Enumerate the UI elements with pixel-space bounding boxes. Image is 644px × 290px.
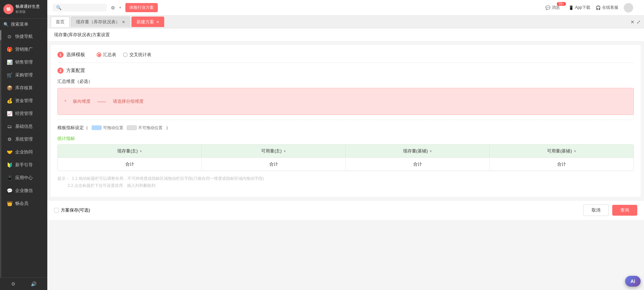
tab-home-label: 首页: [56, 19, 65, 25]
sidebar-item-finance[interactable]: 💰 资金管理: [1, 94, 47, 107]
legend-non-draggable-box: [127, 125, 137, 130]
stats-body-col3: 合计: [346, 158, 490, 171]
query-button[interactable]: 查询: [612, 205, 637, 216]
template-options: 汇总表 交叉统计表: [97, 52, 151, 58]
app-download-label: App下载: [575, 5, 590, 10]
sidebar-item-wechat[interactable]: 💬 企业微信: [1, 184, 47, 197]
finance-icon: 💰: [6, 98, 13, 104]
col1-label: 现存量(主): [117, 148, 138, 154]
topbar-search-input[interactable]: [64, 5, 97, 10]
wechat-icon: 💬: [6, 188, 13, 194]
search-menu[interactable]: 🔍 搜索菜单: [0, 19, 47, 30]
purchase-icon: 🛒: [6, 72, 13, 78]
audio-footer-btn[interactable]: 🔊: [31, 281, 36, 287]
sidebar-item-purchase[interactable]: 🛒 采购管理: [1, 69, 47, 81]
customer-service-action[interactable]: 🎧 在线客服: [596, 5, 618, 10]
tab-home[interactable]: 首页: [51, 17, 70, 27]
sidebar-item-label: 营销推广: [15, 46, 33, 52]
message-action[interactable]: 💬 消息 99+: [545, 5, 563, 10]
radio-summary[interactable]: 汇总表: [97, 52, 116, 58]
topbar-chevron: ▾: [119, 5, 121, 10]
topbar: 🔍 ⚙ ▾ 体验行业方案 💬 消息 99+ 📱 App下载 🎧 在线客服: [47, 0, 644, 16]
marketing-icon: 🎁: [6, 46, 13, 52]
col3-dropdown[interactable]: ▾: [430, 149, 432, 153]
tab-new-scheme-close[interactable]: ✕: [156, 20, 159, 24]
tab-inventory-status[interactable]: 现存量（库存状况表） ✕: [71, 17, 130, 27]
stats-body-col2: 合计: [202, 158, 346, 171]
sidebar-item-cooperation[interactable]: 🤝 企业协同: [1, 146, 47, 159]
sidebar-item-inventory[interactable]: 📦 库存核算: [1, 81, 47, 94]
ai-float-button[interactable]: Ai: [625, 276, 641, 287]
close-panel-btn[interactable]: ✕: [630, 19, 635, 25]
legend-non-draggable: 不可拖动位置: [127, 125, 163, 131]
app-download-icon: 📱: [569, 5, 574, 10]
operations-icon: 📈: [6, 111, 13, 117]
app-version: 标准版: [16, 9, 40, 14]
page-header-text: 现存量(库存状况表)方案设置: [54, 32, 110, 37]
headset-icon: 🎧: [596, 5, 601, 10]
sidebar-item-label: 销售管理: [15, 59, 33, 65]
trial-button[interactable]: 体验行业方案: [125, 3, 158, 12]
stats-section: 统计指标 现存量(主) ▾ 可用量(主) ▾: [57, 136, 634, 171]
tab-inventory-status-label: 现存量（库存状况表）: [76, 19, 120, 25]
logo-icon: 畅: [3, 4, 14, 14]
tip1-text: 1.拖动标题栏可以调整布局，不可跨维度或指标区域拖动栏目字段(只能在同一维度或指…: [75, 176, 264, 181]
content-area: 现存量(库存状况表)方案设置 1 选择模板 汇总表: [47, 28, 644, 290]
tip1: 提示： 1.1.拖动标题栏可以调整布局，不可跨维度或指标区域拖动栏目字段(只能在…: [57, 176, 634, 182]
cancel-button[interactable]: 取消: [583, 204, 609, 216]
quick-nav-icon: ⊙: [6, 33, 13, 40]
dimension-box[interactable]: * 纵向维度 —— 请选择分组维度: [57, 88, 634, 115]
stats-body-col1: 合计: [58, 158, 202, 171]
sidebar-item-label: 企业协同: [15, 149, 33, 155]
topbar-search-area[interactable]: 🔍: [53, 4, 107, 11]
stats-header-col1[interactable]: 现存量(主) ▾: [58, 145, 202, 158]
sales-icon: 📊: [6, 59, 13, 65]
sidebar-item-system[interactable]: ⚙ 系统管理: [1, 133, 47, 146]
topbar-gear-icon[interactable]: ⚙: [111, 5, 115, 10]
sidebar-item-label: 畅会员: [15, 200, 28, 207]
stats-header-col4[interactable]: 可用量(基辅) ▾: [490, 145, 634, 158]
tab-new-scheme[interactable]: 新建方案 ✕: [131, 17, 164, 27]
tabs-bar: 首页 现存量（库存状况表） ✕ 新建方案 ✕ ✕ ⤢: [47, 16, 644, 28]
col3-label: 现存量(基辅): [403, 148, 428, 154]
col1-dropdown[interactable]: ▾: [140, 149, 142, 153]
app-download-action[interactable]: 📱 App下载: [569, 5, 590, 10]
stats-header-col2[interactable]: 可用量(主) ▾: [202, 145, 346, 158]
col4-dropdown[interactable]: ▾: [574, 149, 576, 153]
sidebar-item-label: 快捷导航: [15, 33, 33, 40]
sidebar-logo: 畅 畅康通好生意 标准版: [0, 0, 47, 19]
sidebar-item-label: 采购管理: [15, 72, 33, 78]
sidebar-item-sales[interactable]: 📊 销售管理: [1, 56, 47, 69]
sidebar-footer: ⚙ 🔊: [0, 277, 47, 290]
sidebar-item-basic-info[interactable]: 🗂 基础信息: [1, 120, 47, 133]
sidebar-item-quick-nav[interactable]: ⊙ 快捷导航: [1, 30, 47, 43]
required-star: *: [65, 99, 66, 104]
stats-header-col3[interactable]: 现存量(基辅) ▾: [346, 145, 490, 158]
indicator-settings: 模板指标设定（ 可拖动位置 不可拖动位置 ）: [57, 125, 634, 131]
sidebar-item-marketing[interactable]: 🎁 营销推广: [1, 43, 47, 56]
tip2-text: 2.点击标题栏下拉可设置排序、插入列和删除列: [71, 183, 155, 188]
sidebar-item-member[interactable]: 👑 畅会员: [1, 197, 47, 210]
section1-title: 1 选择模板 汇总表 交叉统计表: [57, 52, 634, 58]
sidebar-item-new-guide[interactable]: 🔰 新手引导: [1, 159, 47, 171]
main-panel: 1 选择模板 汇总表 交叉统计表: [51, 45, 641, 197]
col2-label: 可用量(主): [261, 148, 282, 154]
sidebar-item-label: 新手引导: [15, 162, 33, 168]
sidebar-item-label: 资金管理: [15, 98, 33, 104]
divider1: [57, 63, 634, 63]
page-footer: 方案保存(可选) 取消 查询: [47, 200, 644, 220]
legend-non-draggable-label: 不可拖动位置: [138, 125, 163, 131]
main-area: 🔍 ⚙ ▾ 体验行业方案 💬 消息 99+ 📱 App下载 🎧 在线客服: [47, 0, 644, 290]
indicator-settings-label: 模板指标设定（: [57, 125, 88, 131]
user-avatar[interactable]: [624, 3, 633, 13]
col2-dropdown[interactable]: ▾: [284, 149, 286, 153]
tab-new-scheme-label: 新建方案: [137, 19, 154, 25]
radio-cross[interactable]: 交叉统计表: [123, 52, 151, 58]
save-checkbox[interactable]: [54, 208, 59, 213]
sidebar-item-app-center[interactable]: 📱 应用中心: [1, 171, 47, 184]
tab-inventory-close[interactable]: ✕: [122, 20, 125, 24]
sidebar-item-operations[interactable]: 📈 经营管理: [1, 107, 47, 120]
save-checkbox-label[interactable]: 方案保存(可选): [54, 207, 90, 213]
expand-panel-btn[interactable]: ⤢: [637, 19, 641, 25]
settings-footer-btn[interactable]: ⚙: [11, 281, 16, 287]
